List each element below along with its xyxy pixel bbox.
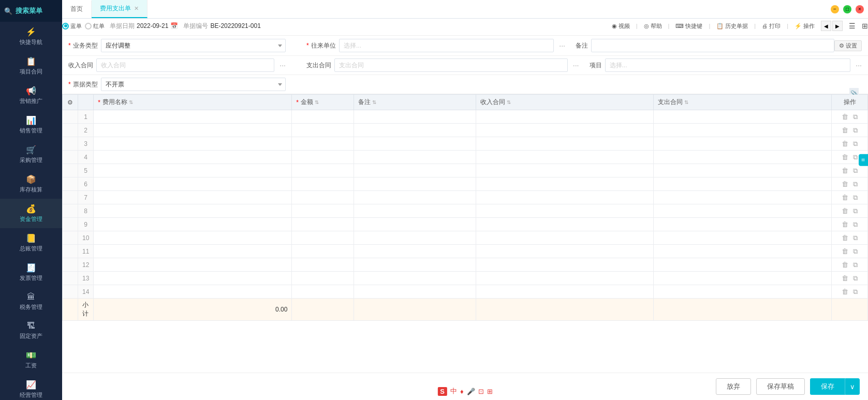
sidebar-item-invoice[interactable]: 🧾 发票管理: [0, 258, 62, 287]
delete-icon-14[interactable]: 🗑: [842, 288, 848, 295]
th-income-contract[interactable]: 收入合同 ⇅: [476, 95, 654, 110]
help-action[interactable]: ◎ 帮助: [644, 22, 662, 30]
copy-icon-5[interactable]: ⧉: [853, 167, 858, 174]
row-expense-name-12[interactable]: [94, 258, 292, 272]
row-remark-5[interactable]: [354, 164, 476, 177]
row-income-contract-14[interactable]: [476, 285, 654, 299]
save-main-button[interactable]: 保存: [810, 378, 845, 395]
row-expense-name-6[interactable]: [94, 177, 292, 191]
delete-icon-1[interactable]: 🗑: [842, 113, 848, 121]
row-expense-contract-6[interactable]: [654, 177, 832, 191]
row-remark-7[interactable]: [354, 191, 476, 204]
row-amount-6[interactable]: [292, 177, 354, 191]
row-expense-contract-1[interactable]: [654, 110, 832, 124]
row-expense-name-8[interactable]: [94, 204, 292, 218]
row-remark-6[interactable]: [354, 177, 476, 191]
grid-view-icon[interactable]: ⊞: [862, 22, 868, 30]
minimize-button[interactable]: −: [831, 5, 839, 13]
row-remark-1[interactable]: [354, 110, 476, 124]
row-expense-name-5[interactable]: [94, 164, 292, 177]
row-amount-2[interactable]: [292, 124, 354, 137]
save-draft-button[interactable]: 保存草稿: [756, 378, 805, 395]
sidebar-item-accounting[interactable]: 📒 总账管理: [0, 228, 62, 258]
row-expense-name-10[interactable]: [94, 231, 292, 245]
row-expense-name-2[interactable]: [94, 124, 292, 137]
calendar-icon[interactable]: 📅: [170, 22, 178, 29]
sidebar-item-fixed-assets[interactable]: 🏗 固定资产: [0, 316, 62, 345]
row-income-contract-1[interactable]: [476, 110, 654, 124]
row-amount-12[interactable]: [292, 258, 354, 272]
blue-bill-radio[interactable]: 蓝单: [62, 22, 82, 30]
row-income-contract-4[interactable]: [476, 151, 654, 164]
sidebar-item-marketing[interactable]: 📢 营销推广: [0, 81, 62, 110]
sidebar-item-finance[interactable]: 💰 资金管理: [0, 199, 62, 228]
row-amount-5[interactable]: [292, 164, 354, 177]
shortcut-action[interactable]: ⌨ 快捷键: [675, 22, 702, 30]
row-expense-name-3[interactable]: [94, 137, 292, 151]
copy-icon-9[interactable]: ⧉: [853, 220, 858, 228]
row-amount-10[interactable]: [292, 231, 354, 245]
sidebar-item-sales[interactable]: 📊 销售管理: [0, 110, 62, 140]
close-button[interactable]: ×: [856, 5, 864, 13]
delete-icon-2[interactable]: 🗑: [842, 126, 848, 134]
history-action[interactable]: 📋 历史单据: [716, 22, 748, 30]
discard-button[interactable]: 放弃: [716, 378, 751, 395]
row-income-contract-9[interactable]: [476, 218, 654, 231]
row-amount-13[interactable]: [292, 272, 354, 285]
sidebar-item-quick-nav[interactable]: ⚡ 快捷导航: [0, 22, 62, 51]
row-expense-contract-5[interactable]: [654, 164, 832, 177]
row-remark-13[interactable]: [354, 272, 476, 285]
row-amount-1[interactable]: [292, 110, 354, 124]
maximize-button[interactable]: □: [843, 5, 851, 13]
row-remark-12[interactable]: [354, 258, 476, 272]
sidebar-header[interactable]: 🔍 搜索菜单: [0, 0, 62, 22]
row-expense-contract-12[interactable]: [654, 258, 832, 272]
row-expense-contract-4[interactable]: [654, 151, 832, 164]
copy-icon-7[interactable]: ⧉: [853, 194, 858, 201]
copy-icon-13[interactable]: ⧉: [853, 274, 858, 282]
sidebar-item-inventory[interactable]: 📦 库存核算: [0, 169, 62, 199]
row-expense-name-7[interactable]: [94, 191, 292, 204]
tab-expense[interactable]: 费用支出单 ✕: [92, 0, 148, 18]
row-remark-3[interactable]: [354, 137, 476, 151]
row-expense-name-13[interactable]: [94, 272, 292, 285]
row-income-contract-5[interactable]: [476, 164, 654, 177]
row-expense-contract-10[interactable]: [654, 231, 832, 245]
delete-icon-11[interactable]: 🗑: [842, 247, 848, 255]
copy-icon-11[interactable]: ⧉: [853, 247, 858, 255]
operate-action[interactable]: ⚡ 操作: [795, 22, 815, 30]
row-amount-9[interactable]: [292, 218, 354, 231]
row-remark-2[interactable]: [354, 124, 476, 137]
row-remark-14[interactable]: [354, 285, 476, 299]
row-expense-contract-13[interactable]: [654, 272, 832, 285]
row-income-contract-3[interactable]: [476, 137, 654, 151]
row-expense-contract-9[interactable]: [654, 218, 832, 231]
copy-icon-4[interactable]: ⧉: [853, 153, 858, 161]
tab-home[interactable]: 首页: [62, 1, 92, 18]
income-contract-more[interactable]: ···: [279, 61, 286, 69]
row-remark-4[interactable]: [354, 151, 476, 164]
copy-icon-12[interactable]: ⧉: [853, 261, 858, 269]
next-btn[interactable]: ▶: [832, 21, 843, 31]
delete-icon-12[interactable]: 🗑: [842, 261, 848, 269]
row-amount-7[interactable]: [292, 191, 354, 204]
copy-icon-6[interactable]: ⧉: [853, 180, 858, 188]
row-remark-11[interactable]: [354, 245, 476, 258]
row-amount-11[interactable]: [292, 245, 354, 258]
delete-icon-8[interactable]: 🗑: [842, 207, 848, 215]
row-remark-8[interactable]: [354, 204, 476, 218]
copy-icon-10[interactable]: ⧉: [853, 234, 858, 242]
settings-button[interactable]: ⚙ 设置: [834, 40, 862, 51]
row-income-contract-12[interactable]: [476, 258, 654, 272]
prev-btn[interactable]: ◀: [821, 21, 831, 31]
row-expense-name-14[interactable]: [94, 285, 292, 299]
sidebar-item-operations[interactable]: 📈 经营管理: [0, 375, 62, 400]
row-amount-3[interactable]: [292, 137, 354, 151]
row-expense-contract-3[interactable]: [654, 137, 832, 151]
th-remark[interactable]: 备注 ⇅: [354, 95, 476, 110]
th-expense-name[interactable]: * 费用名称 ⇅: [94, 95, 292, 110]
delete-icon-13[interactable]: 🗑: [842, 274, 848, 282]
tab-expense-close[interactable]: ✕: [134, 5, 139, 12]
row-income-contract-2[interactable]: [476, 124, 654, 137]
invoice-type-input[interactable]: 不开票: [101, 78, 286, 91]
